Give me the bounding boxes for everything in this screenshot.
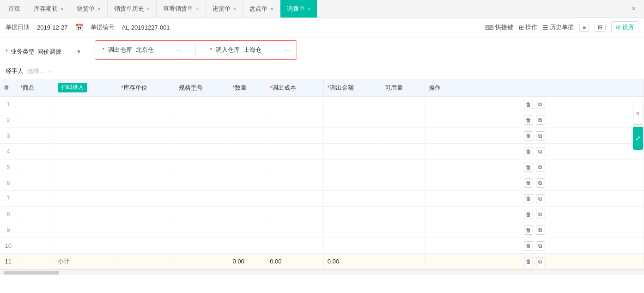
side-expand-btn[interactable]: ⤢ [633, 127, 643, 150]
cell-spec[interactable] [175, 159, 229, 175]
copy-icon[interactable]: ⧉ [536, 116, 545, 125]
cell-amount[interactable] [323, 175, 381, 191]
delete-icon[interactable]: 🗑 [524, 116, 533, 125]
cell-amount[interactable] [323, 112, 381, 128]
cell-qty[interactable] [229, 112, 266, 128]
cell-cost[interactable] [266, 112, 324, 128]
delete-icon[interactable]: 🗑 [524, 194, 533, 203]
tab-inventory-init[interactable]: 库存期初 × [27, 0, 70, 18]
cell-unit[interactable] [117, 97, 175, 112]
bottom-scrollbar[interactable] [0, 269, 644, 275]
cell-unit[interactable] [117, 128, 175, 144]
transfer-in-more[interactable]: ··· [284, 47, 289, 54]
tab-stocktake[interactable]: 盘点单 × [243, 0, 280, 18]
cell-available[interactable] [381, 207, 425, 222]
cell-spec[interactable] [175, 112, 229, 128]
cell-unit[interactable] [117, 207, 175, 222]
copy-icon[interactable]: ⧉ [536, 147, 545, 156]
tab-sales-order[interactable]: 销货单 × [70, 0, 107, 18]
scroll-thumb[interactable] [4, 271, 59, 275]
cell-cost[interactable] [266, 144, 324, 159]
cell-spec[interactable] [175, 97, 229, 112]
cell-qty[interactable] [229, 191, 266, 207]
delete-icon[interactable]: 🗑 [524, 131, 533, 140]
cell-available[interactable] [381, 112, 425, 128]
copy-icon[interactable]: ⧉ [536, 210, 545, 219]
cell-product[interactable] [17, 97, 54, 112]
handler-more[interactable]: ··· [48, 68, 53, 75]
delete-icon[interactable]: 🗑 [524, 147, 533, 156]
cell-spec[interactable] [175, 191, 229, 207]
cell-qty[interactable] [229, 128, 266, 144]
cell-spec[interactable] [175, 128, 229, 144]
cell-product[interactable] [17, 144, 54, 159]
cell-cost[interactable] [266, 128, 324, 144]
cell-amount[interactable] [323, 144, 381, 159]
cell-scan[interactable] [54, 238, 117, 254]
table-scroll-area[interactable]: ⚙ *商品 扫码录入 *库存单位 规格型号 *数量 *调出成本 *调出金额 可用… [0, 79, 644, 269]
cell-spec[interactable] [175, 207, 229, 222]
cell-amount[interactable] [323, 238, 381, 254]
cell-amount[interactable] [323, 191, 381, 207]
close-stocktake-tab[interactable]: × [270, 6, 273, 12]
close-sales-history-tab[interactable]: × [147, 6, 150, 12]
tab-transfer[interactable]: 调拨单 × [280, 0, 317, 18]
calendar-icon[interactable]: 📅 [75, 24, 83, 31]
cell-qty[interactable] [229, 159, 266, 175]
cell-qty[interactable] [229, 207, 266, 222]
cell-scan[interactable] [54, 175, 117, 191]
delete-icon[interactable]: 🗑 [524, 226, 533, 235]
cell-unit[interactable] [117, 159, 175, 175]
copy-icon[interactable]: ⧉ [536, 131, 545, 140]
cell-product[interactable] [17, 159, 54, 175]
cell-unit[interactable] [117, 144, 175, 159]
cell-product[interactable] [17, 128, 54, 144]
cell-spec[interactable] [175, 144, 229, 159]
cell-product[interactable] [17, 207, 54, 222]
cell-available[interactable] [381, 175, 425, 191]
business-type-select[interactable]: 同价调拨 ▼ [37, 48, 82, 56]
operate-button[interactable]: ⊞ 操作 [519, 23, 537, 31]
cell-product[interactable] [17, 238, 54, 254]
cell-amount[interactable] [323, 128, 381, 144]
layout-icon-btn[interactable]: ≡ [579, 23, 589, 32]
cell-available[interactable] [381, 159, 425, 175]
cell-scan[interactable] [54, 159, 117, 175]
delete-icon[interactable]: 🗑 [524, 100, 533, 109]
close-purchase-tab[interactable]: × [233, 6, 236, 12]
cell-unit[interactable] [117, 238, 175, 254]
tab-purchase[interactable]: 进货单 × [206, 0, 243, 18]
cell-qty[interactable] [229, 238, 266, 254]
delete-icon[interactable]: 🗑 [524, 163, 533, 172]
handler-input[interactable]: 选择... [27, 67, 44, 75]
cell-scan[interactable] [54, 222, 117, 238]
cell-product[interactable] [17, 112, 54, 128]
cell-cost[interactable] [266, 159, 324, 175]
cell-unit[interactable] [117, 222, 175, 238]
cell-unit[interactable] [117, 191, 175, 207]
cell-cost[interactable] [266, 222, 324, 238]
cell-cost[interactable] [266, 191, 324, 207]
cell-qty[interactable] [229, 222, 266, 238]
side-list-btn[interactable]: ≡ [633, 102, 643, 125]
history-button[interactable]: ☰ 历史单据 [543, 23, 574, 31]
transfer-out-value[interactable]: 北京仓 [136, 46, 173, 54]
transfer-out-more[interactable]: ··· [176, 47, 182, 54]
date-value[interactable]: 2019-12-27 [37, 24, 68, 31]
tab-home[interactable]: 首页 [2, 0, 27, 18]
cell-cost[interactable] [266, 175, 324, 191]
delete-icon[interactable]: 🗑 [524, 241, 533, 250]
copy-icon[interactable]: ⧉ [536, 194, 545, 203]
cell-unit[interactable] [117, 112, 175, 128]
shortcut-button[interactable]: ⌨ 快捷键 [485, 23, 513, 31]
tab-view-sales[interactable]: 查看销货单 × [157, 0, 206, 18]
cell-spec[interactable] [175, 222, 229, 238]
cell-amount[interactable] [323, 159, 381, 175]
transfer-in-value[interactable]: 上海仓 [243, 46, 280, 54]
cell-amount[interactable] [323, 207, 381, 222]
copy-icon[interactable]: ⧉ [536, 241, 545, 250]
cell-available[interactable] [381, 97, 425, 112]
cell-unit[interactable] [117, 175, 175, 191]
setting-button[interactable]: ⚙ 设置 [611, 21, 638, 33]
close-inventory-init-tab[interactable]: × [61, 6, 63, 12]
